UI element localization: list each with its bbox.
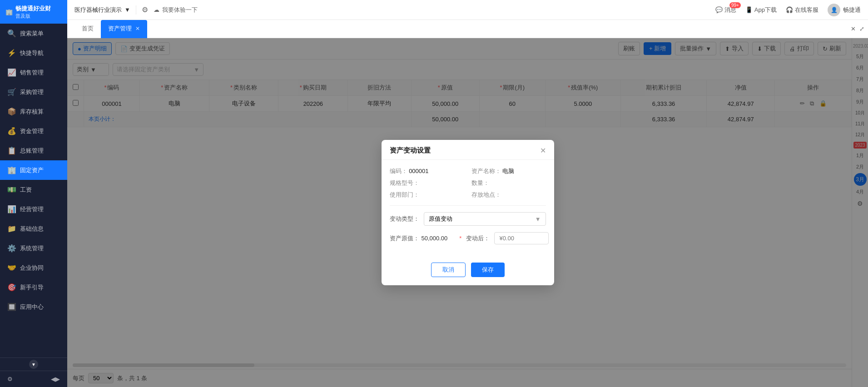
settings-icon[interactable]: ⚙ (7, 376, 13, 382)
settings-button[interactable]: ⚙ (142, 5, 148, 14)
sidebar-item-base[interactable]: 📁 基础信息 (0, 219, 67, 238)
change-type-select[interactable]: 原值变动 ▼ (424, 212, 546, 226)
change-type-label: 变动类型： (390, 215, 419, 223)
original-value-row: 资产原值： 50,000.00 * 变动后： (390, 232, 546, 244)
sidebar-item-label: 工资 (20, 186, 32, 194)
ledger-icon: 📋 (7, 146, 15, 155)
sidebar-item-appstore[interactable]: 🔲 应用中心 (0, 297, 67, 317)
sidebar-item-label: 系统管理 (20, 244, 44, 253)
sidebar-item-label: 企业协同 (20, 264, 44, 272)
tab-close-icon[interactable]: ✕ (135, 25, 140, 32)
dialog-header: 资产变动设置 ✕ (382, 140, 554, 160)
dialog-spec-field: 规格型号： (390, 179, 464, 187)
tab-home[interactable]: 首页 (74, 20, 101, 38)
dialog-department-field: 使用部门： (390, 191, 464, 199)
sidebar-item-label: 新手引导 (20, 283, 44, 292)
logo-icon: 🏢 (5, 9, 13, 15)
app-download-btn[interactable]: 📱 App下载 (745, 6, 777, 14)
dialog-asset-name-field: 资产名称： 电脑 (471, 167, 546, 175)
folder-icon: 📁 (7, 224, 15, 233)
content-area: ● 资产明细 📄 变更生成凭证 刷账 + 新增 批量操作 ▼ (67, 38, 868, 387)
save-label: 保存 (482, 266, 494, 273)
dialog-code-field: 编码： 000001 (390, 167, 464, 175)
dialog-divider (390, 205, 546, 206)
experience-btn[interactable]: ☁ 我要体验一下 (154, 6, 198, 14)
sidebar-item-fixedassets[interactable]: 🏢 固定资产 (0, 160, 67, 180)
lightning-icon: ⚡ (7, 49, 15, 57)
collapse-icon[interactable]: ◀▶ (51, 376, 60, 382)
sidebar-item-sales[interactable]: 📈 销售管理 (0, 63, 67, 82)
dialog-overlay: 资产变动设置 ✕ 编码： 000001 资产名称： 电脑 (67, 38, 868, 387)
sidebar-item-label: 销售管理 (20, 69, 44, 77)
original-value-value: 50,000.00 (422, 235, 448, 242)
company-selector[interactable]: 医疗器械行业演示 ▼ (74, 6, 130, 14)
search-icon: 🔍 (7, 29, 15, 38)
sidebar-nav: 🔍 搜索菜单 ⚡ 快捷导航 📈 销售管理 🛒 采购管理 📦 库存核算 💰 资金管… (0, 24, 67, 357)
sidebar-item-payroll[interactable]: 💵 工资 (0, 180, 67, 199)
after-change-input[interactable] (494, 232, 549, 244)
asset-name-label: 资产名称： (471, 168, 501, 174)
window-close-icon[interactable]: ✕ (851, 25, 856, 32)
sidebar-item-label: 应用中心 (20, 303, 44, 311)
tabbar: 首页 资产管理 ✕ ✕ ⤢ (67, 20, 868, 38)
message-btn[interactable]: 💬 消息 99+ (715, 6, 736, 14)
online-service-label: 在线客服 (795, 6, 818, 14)
gear-icon: ⚙️ (7, 244, 15, 253)
message-icon: 💬 (715, 6, 723, 13)
sidebar-item-finance[interactable]: 💰 资金管理 (0, 121, 67, 141)
sidebar-item-label: 总账管理 (20, 147, 44, 155)
dropdown-icon: ▼ (124, 6, 130, 13)
quantity-label: 数量： (471, 179, 489, 186)
message-count: 99+ (729, 2, 741, 8)
service-icon: 🎧 (786, 6, 793, 13)
code-label: 编码： (390, 168, 407, 174)
sidebar-item-system[interactable]: ⚙️ 系统管理 (0, 238, 67, 258)
sidebar-item-management[interactable]: 📊 经营管理 (0, 199, 67, 219)
change-type-row: 变动类型： 原值变动 ▼ (390, 212, 546, 226)
code-value: 000001 (409, 168, 428, 174)
building-icon: 🏢 (7, 166, 15, 174)
spec-label: 规格型号： (390, 179, 419, 186)
cloud-icon: ☁ (154, 6, 159, 13)
online-service-btn[interactable]: 🎧 在线客服 (786, 6, 818, 14)
chart-icon: 📈 (7, 68, 15, 77)
target-icon: 🎯 (7, 283, 15, 292)
change-type-value: 原值变动 (429, 215, 452, 223)
tabbar-right: ✕ ⤢ (851, 25, 868, 32)
sidebar-item-search[interactable]: 🔍 搜索菜单 (0, 24, 67, 43)
topbar: 医疗器械行业演示 ▼ ⚙ ☁ 我要体验一下 💬 消息 99+ 📱 App下载 🎧… (67, 0, 868, 20)
dialog-info-grid: 编码： 000001 资产名称： 电脑 规格型号： 数量： (390, 167, 546, 199)
management-icon: 📊 (7, 205, 15, 213)
money-icon: 💰 (7, 127, 15, 135)
sidebar-item-ledger[interactable]: 📋 总账管理 (0, 141, 67, 160)
username: 畅捷通 (843, 6, 861, 14)
save-button[interactable]: 保存 (471, 263, 505, 277)
scroll-down-btn[interactable]: ▼ (29, 360, 38, 369)
asset-change-dialog: 资产变动设置 ✕ 编码： 000001 资产名称： 电脑 (382, 140, 554, 285)
select-dropdown-icon: ▼ (535, 216, 541, 223)
sidebar-item-guide[interactable]: 🎯 新手引导 (0, 278, 67, 297)
divider (136, 5, 136, 15)
topbar-right: 💬 消息 99+ 📱 App下载 🎧 在线客服 👤 畅捷通 (715, 4, 861, 16)
sidebar-item-label: 采购管理 (20, 88, 44, 96)
sidebar-item-quicknav[interactable]: ⚡ 快捷导航 (0, 43, 67, 63)
sidebar-item-inventory[interactable]: 📦 库存核算 (0, 102, 67, 121)
dialog-close-icon[interactable]: ✕ (540, 146, 546, 155)
original-value-label: 资产原值： (390, 234, 417, 243)
storage-label: 存放地点： (471, 191, 501, 198)
window-expand-icon[interactable]: ⤢ (859, 25, 864, 32)
sidebar-item-purchase[interactable]: 🛒 采购管理 (0, 82, 67, 102)
tab-asset-management[interactable]: 资产管理 ✕ (101, 20, 147, 38)
cancel-button[interactable]: 取消 (431, 263, 466, 277)
asset-name-value: 电脑 (502, 168, 514, 174)
sidebar-item-label: 固定资产 (20, 166, 44, 174)
sidebar-item-cooperation[interactable]: 🤝 企业协同 (0, 258, 67, 278)
avatar: 👤 (828, 4, 840, 16)
download-icon: 📱 (745, 6, 753, 13)
required-star: * (459, 235, 461, 242)
payroll-icon: 💵 (7, 185, 15, 194)
user-btn[interactable]: 👤 畅捷通 (828, 4, 861, 16)
cancel-label: 取消 (442, 266, 454, 273)
dialog-title: 资产变动设置 (390, 146, 431, 155)
department-label: 使用部门： (390, 191, 419, 198)
